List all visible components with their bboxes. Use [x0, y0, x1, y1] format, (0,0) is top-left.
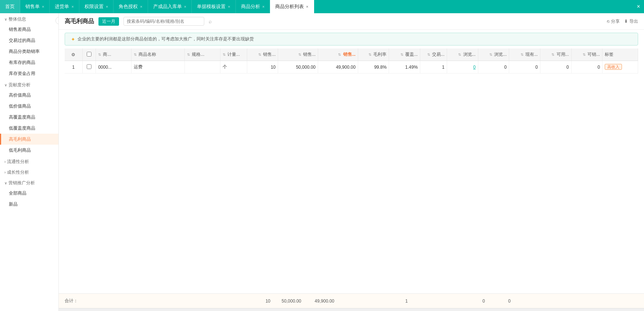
close-sales-order-icon[interactable]: × [42, 4, 44, 9]
nav-product-analysis[interactable]: 商品分析 × [236, 0, 270, 13]
col-header-unit[interactable]: ⇅ 计量... [220, 48, 247, 61]
sidebar-item-poor-sales[interactable]: 销售差商品 [0, 24, 58, 35]
cell-browse2: 0 [478, 61, 509, 73]
sort-icon-gross: ⇅ [368, 53, 371, 57]
col-header-name[interactable]: ⇅ 商品名称 [131, 48, 184, 61]
sidebar-item-high-value[interactable]: 高价值商品 [0, 90, 58, 101]
time-filter-button[interactable]: 近一月 [98, 17, 119, 26]
nav-template-settings[interactable]: 单据模板设置 × [192, 0, 235, 13]
col-header-sale-qty[interactable]: ⇅ 销售... [247, 48, 278, 61]
sidebar-item-low-value[interactable]: 低价值商品 [0, 101, 58, 112]
top-navigation: 首页 销售单 × 进货单 × 权限设置 × 角色授权 × 产成品入库单 × 单据… [0, 0, 644, 13]
close-role-auth-icon[interactable]: × [140, 4, 142, 9]
col-header-trade[interactable]: ⇅ 交易... [420, 48, 447, 61]
chevron-down-icon: ∨ [4, 17, 7, 21]
content-header: 高毛利商品 近一月 ⌕ ⎋ 分享 ⬇ 导出 [59, 13, 644, 30]
nav-product-analysis-list[interactable]: 商品分析列表 × [270, 0, 314, 13]
cell-stock2: 0 [540, 61, 571, 73]
search-icon[interactable]: ⌕ [209, 18, 212, 24]
footer-stock2: 0 [487, 299, 513, 304]
sort-icon-cover: ⇅ [400, 53, 403, 57]
close-product-analysis-icon[interactable]: × [262, 4, 265, 9]
share-button[interactable]: ⎋ 分享 [607, 18, 620, 25]
table-row: 1 0000... 运费 个 10 50,000.00 49,900.00 99… [65, 61, 638, 73]
sidebar-item-low-coverage[interactable]: 低覆盖度商品 [0, 123, 58, 134]
cell-sale-qty: 10 [247, 61, 278, 73]
cell-name: 运费 [131, 61, 184, 73]
sidebar-item-high-coverage[interactable]: 高覆盖度商品 [0, 112, 58, 123]
sidebar-group-liquidity[interactable]: › 流通性分析 [0, 156, 58, 166]
col-header-code[interactable]: ⇅ 商... [96, 48, 132, 61]
sidebar-group-contribution[interactable]: ∨ 贡献度分析 [0, 79, 58, 90]
sort-icon-browse1: ⇅ [458, 53, 461, 57]
nav-product-warehousing[interactable]: 产成品入库单 × [148, 0, 192, 13]
chevron-right-icon: › [4, 160, 6, 164]
col-header-sale-amount[interactable]: ⇅ 销售... [278, 48, 318, 61]
col-header-browse1[interactable]: ⇅ 浏览... [447, 48, 478, 61]
sidebar-item-high-margin[interactable]: 高毛利商品 [0, 134, 58, 145]
col-header-tag[interactable]: 标签 [602, 48, 638, 61]
cell-browse1[interactable]: 0 [447, 61, 478, 73]
col-header-coverage[interactable]: ⇅ 覆盖... [389, 48, 420, 61]
col-header-browse2[interactable]: ⇅ 浏览... [478, 48, 509, 61]
chevron-right-icon-2: › [4, 170, 6, 174]
sidebar-item-all-products[interactable]: 全部商品 [0, 188, 58, 199]
sort-icon: ⇅ [98, 53, 101, 57]
sidebar-item-new-products[interactable]: 新品 [0, 199, 58, 210]
footer-sale-qty: 10 [245, 299, 270, 304]
cell-sale-amount: 50,000.00 [278, 61, 318, 73]
sort-icon-sale1: ⇅ [298, 53, 301, 57]
page-title: 高毛利商品 [65, 18, 94, 25]
info-icon: ✦ [71, 36, 75, 42]
cell-tag: 高收入 [602, 61, 638, 73]
main-layout: « ∨ 整体信息 销售差商品 交易过的商品 商品分类助销率 有库存的商品 库存资… [0, 13, 644, 311]
col-header-settings[interactable]: ⚙ [65, 48, 82, 61]
col-header-sale-net[interactable]: ⇅ 销售... [318, 48, 358, 61]
nav-role-auth[interactable]: 角色授权 × [114, 0, 148, 13]
settings-icon: ⚙ [71, 52, 75, 57]
col-header-checkbox[interactable] [82, 48, 96, 61]
sort-icon-salable: ⇅ [583, 53, 586, 57]
close-all-tabs-button[interactable]: × [633, 0, 644, 13]
cell-index: 1 [65, 61, 82, 73]
info-banner: ✦ 企业的主要的利润都是这部分商品创造的，可考虑加大推广，同时关注库存是不要出现… [65, 33, 638, 46]
sidebar-item-stock-capital[interactable]: 库存资金占用 [0, 68, 58, 79]
cell-checkbox[interactable] [82, 61, 96, 73]
sidebar-item-category-assist-rate[interactable]: 商品分类助销率 [0, 46, 58, 57]
sort-icon-name: ⇅ [134, 53, 137, 57]
footer-sale-net: 49,900.00 [303, 299, 337, 304]
nav-purchase-order[interactable]: 进货单 × [50, 0, 79, 13]
col-header-stock2[interactable]: ⇅ 可用... [540, 48, 571, 61]
sort-icon-trade: ⇅ [427, 53, 430, 57]
close-purchase-order-icon[interactable]: × [71, 4, 73, 9]
chevron-down-icon-2: ∨ [4, 83, 7, 87]
sidebar-item-in-stock[interactable]: 有库存的商品 [0, 57, 58, 68]
close-product-analysis-list-icon[interactable]: × [306, 4, 308, 9]
nav-permission-settings[interactable]: 权限设置 × [79, 0, 114, 13]
cell-code: 0000... [96, 61, 132, 73]
table-header-row: ⚙ ⇅ 商... ⇅ 商品名称 [65, 48, 638, 61]
horizontal-scrollbar[interactable] [59, 308, 644, 311]
nav-sales-order[interactable]: 销售单 × [20, 0, 50, 13]
search-input[interactable] [123, 17, 204, 26]
close-product-warehousing-icon[interactable]: × [184, 4, 186, 9]
row-checkbox[interactable] [87, 64, 91, 69]
sidebar-group-overall-info[interactable]: ∨ 整体信息 [0, 13, 58, 24]
sidebar-item-low-margin[interactable]: 低毛利商品 [0, 145, 58, 156]
footer-label: 合计： [65, 298, 94, 304]
sort-icon-qty: ⇅ [258, 53, 261, 57]
close-permission-settings-icon[interactable]: × [106, 4, 108, 9]
close-template-settings-icon[interactable]: × [228, 4, 230, 9]
col-header-gross-rate[interactable]: ⇅ 毛利率 [358, 48, 389, 61]
nav-home[interactable]: 首页 [0, 0, 20, 13]
footer-sale-amount: 50,000.00 [270, 299, 303, 304]
col-header-salable[interactable]: ⇅ 可销... [571, 48, 602, 61]
col-header-stock1[interactable]: ⇅ 现有... [509, 48, 540, 61]
export-button[interactable]: ⬇ 导出 [624, 18, 638, 25]
col-header-spec[interactable]: ⇅ 规格... [184, 48, 220, 61]
sidebar-group-marketing[interactable]: ∨ 营销推广分析 [0, 177, 58, 188]
select-all-checkbox[interactable] [87, 52, 91, 57]
cell-coverage: 1.49% [389, 61, 420, 73]
sidebar-item-traded-products[interactable]: 交易过的商品 [0, 35, 58, 46]
sidebar-group-growth[interactable]: › 成长性分析 [0, 166, 58, 177]
